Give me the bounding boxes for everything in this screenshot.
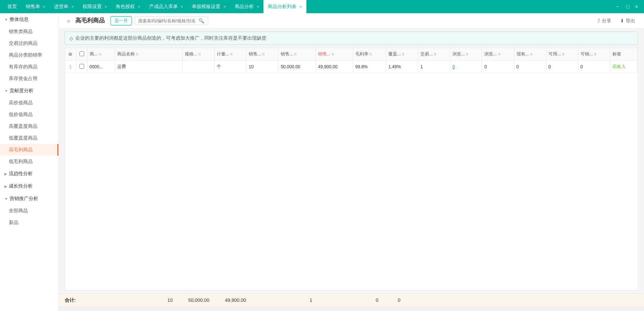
footer-margin: [248, 297, 270, 303]
col-sale-qty[interactable]: 销售...⇅: [247, 48, 278, 61]
nav-role-auth[interactable]: 角色授权 ×: [111, 0, 144, 13]
cell-current-stock: 0: [514, 61, 546, 73]
close-template-settings[interactable]: ×: [223, 4, 226, 9]
export-button[interactable]: ⬇ 导出: [617, 17, 638, 25]
info-text: 企业的主要的利润都是这部分商品创造的，可考虑加大推广，同时关注库存是不要出现缺货: [75, 35, 266, 41]
col-settings[interactable]: ⚙: [65, 48, 76, 61]
col-views1[interactable]: 浏览...⇅: [450, 48, 482, 61]
sidebar-item-in-stock-goods[interactable]: 有库存的商品: [0, 61, 58, 73]
col-views2[interactable]: 浏览...⇅: [482, 48, 514, 61]
close-role-auth[interactable]: ×: [138, 4, 140, 9]
col-sale-profit[interactable]: 销售...⇅: [316, 48, 353, 61]
info-icon: ◇: [69, 36, 73, 41]
window-maximize[interactable]: □: [623, 4, 632, 10]
sidebar-item-low-coverage[interactable]: 低覆盖度商品: [0, 132, 58, 144]
footer-label: 合计:: [65, 297, 109, 304]
data-table: ⚙ 商...⇅ 商品名称⇅ 规格...⇅ 计量...⇅ 销售...⇅ 销售...…: [65, 48, 638, 73]
footer-sale-amount: 50,000.00: [175, 297, 212, 303]
sidebar-collapse-button[interactable]: «: [65, 17, 72, 25]
main-layout: ▼ 整体信息 销售类商品 交易过的商品 商品分类助销率 有库存的商品 库存资金占…: [0, 13, 644, 311]
cell-views1[interactable]: 0: [450, 61, 482, 73]
close-product-analysis[interactable]: ×: [257, 4, 259, 9]
nav-template-settings[interactable]: 单据模板设置 ×: [187, 0, 230, 13]
sidebar-item-category-assist[interactable]: 商品分类助销率: [0, 49, 58, 61]
cell-sale-profit: 49,900.00: [316, 61, 353, 73]
col-coverage[interactable]: 覆盖...⇅: [386, 48, 418, 61]
sidebar-item-new-products[interactable]: 新品: [0, 217, 58, 228]
close-product-inbound[interactable]: ×: [181, 4, 183, 9]
nav-product-analysis-list[interactable]: 商品分析列表 ×: [263, 0, 306, 13]
footer-sale-profit: 49,900.00: [212, 297, 248, 303]
footer-current-stock: 0: [359, 297, 381, 303]
col-checkbox[interactable]: [76, 48, 87, 61]
top-navigation: 首页 销售单 × 进货单 × 权限设置 × 角色授权 × 产成品入库单 × 单据…: [0, 0, 644, 13]
sidebar-item-all-goods[interactable]: 全部商品: [0, 205, 58, 217]
col-code[interactable]: 商...⇅: [87, 48, 115, 61]
nav-home[interactable]: 首页: [3, 0, 21, 13]
col-sale-amount[interactable]: 销售...⇅: [278, 48, 316, 61]
window-minimize[interactable]: －: [612, 3, 623, 10]
col-current-stock[interactable]: 现有...⇅: [514, 48, 546, 61]
row-checkbox[interactable]: [79, 64, 84, 69]
sidebar-item-sales-goods[interactable]: 销售类商品: [0, 26, 58, 37]
nav-product-analysis[interactable]: 商品分析 ×: [230, 0, 263, 13]
sidebar-group-overall[interactable]: ▼ 整体信息: [0, 13, 58, 26]
chevron-right-icon-2: ▶: [4, 184, 7, 188]
cell-name: 运费: [115, 61, 182, 73]
col-transactions[interactable]: 交易...⇅: [418, 48, 450, 61]
col-available-stock[interactable]: 可用...⇅: [546, 48, 578, 61]
footer-sale-qty: [109, 297, 153, 303]
search-icon[interactable]: 🔍: [198, 18, 204, 23]
cell-unit: 个: [214, 61, 246, 73]
footer-transactions: 1: [292, 297, 314, 303]
nav-purchase-order[interactable]: 进货单 ×: [50, 0, 78, 13]
cell-spec: [182, 61, 214, 73]
sidebar-item-high-margin[interactable]: 高毛利商品: [0, 144, 58, 156]
sidebar-item-traded-goods[interactable]: 交易过的商品: [0, 37, 58, 49]
cell-checkbox[interactable]: [76, 61, 87, 73]
col-tag[interactable]: 标签: [610, 48, 637, 61]
cell-coverage: 1.49%: [386, 61, 418, 73]
sidebar-item-low-margin[interactable]: 低毛利商品: [0, 156, 58, 167]
horizontal-scrollbar[interactable]: [59, 307, 644, 311]
col-name[interactable]: 商品名称⇅: [115, 48, 182, 61]
sidebar-item-high-coverage[interactable]: 高覆盖度商品: [0, 120, 58, 132]
select-all-checkbox[interactable]: [79, 51, 84, 56]
nav-product-inbound[interactable]: 产成品入库单 ×: [145, 0, 187, 13]
close-permission-settings[interactable]: ×: [105, 4, 107, 9]
chevron-down-icon-3: ▼: [4, 197, 8, 201]
sidebar-group-contribution[interactable]: ▼ 贡献度分析: [0, 84, 58, 97]
search-input[interactable]: [138, 18, 197, 23]
chevron-down-icon: ▼: [4, 18, 8, 22]
close-sales-order[interactable]: ×: [43, 4, 45, 9]
time-filter-button[interactable]: 近一月: [111, 16, 132, 25]
sidebar-group-trend[interactable]: ▶ 流趋性分析: [0, 167, 58, 180]
cell-code: 0000...: [87, 61, 115, 73]
footer-available-stock: 0: [381, 297, 403, 303]
col-gross-margin[interactable]: 毛利率⇅: [353, 48, 386, 61]
info-banner: ◇ 企业的主要的利润都是这部分商品创造的，可考虑加大推广，同时关注库存是不要出现…: [65, 32, 638, 45]
share-button[interactable]: ⤴ 分享: [595, 17, 614, 25]
close-product-analysis-list[interactable]: ×: [299, 4, 302, 9]
nav-sales-order[interactable]: 销售单 ×: [21, 0, 50, 13]
content-area: « 高毛利商品 近一月 🔍 ⤴ 分享 ⬇ 导出 ◇ 企业的主要的利润都是这部分商…: [59, 13, 644, 311]
close-purchase-order[interactable]: ×: [71, 4, 73, 9]
col-unit[interactable]: 计量...⇅: [214, 48, 246, 61]
cell-tag: 高收入: [610, 61, 637, 73]
page-title: 高毛利商品: [75, 17, 105, 25]
table-container[interactable]: ⚙ 商...⇅ 商品名称⇅ 规格...⇅ 计量...⇅ 销售...⇅ 销售...…: [65, 48, 638, 290]
sidebar-item-high-value[interactable]: 高价值商品: [0, 97, 58, 109]
sidebar: ▼ 整体信息 销售类商品 交易过的商品 商品分类助销率 有库存的商品 库存资金占…: [0, 13, 59, 311]
sidebar-item-stock-capital[interactable]: 库存资金占用: [0, 73, 58, 84]
footer-sale-qty-val: 10: [153, 297, 175, 303]
nav-permission-settings[interactable]: 权限设置 ×: [78, 0, 111, 13]
cell-transactions: 1: [418, 61, 450, 73]
chevron-down-icon-2: ▼: [4, 89, 8, 93]
sidebar-item-low-value[interactable]: 低价值商品: [0, 109, 58, 120]
window-close[interactable]: ×: [632, 4, 641, 10]
sidebar-group-marketing[interactable]: ▼ 营销推广分析: [0, 192, 58, 205]
export-icon: ⬇: [620, 18, 624, 23]
col-spec[interactable]: 规格...⇅: [182, 48, 214, 61]
col-saleable-stock[interactable]: 可销...⇅: [578, 48, 610, 61]
sidebar-group-growth[interactable]: ▶ 成长性分析: [0, 180, 58, 192]
